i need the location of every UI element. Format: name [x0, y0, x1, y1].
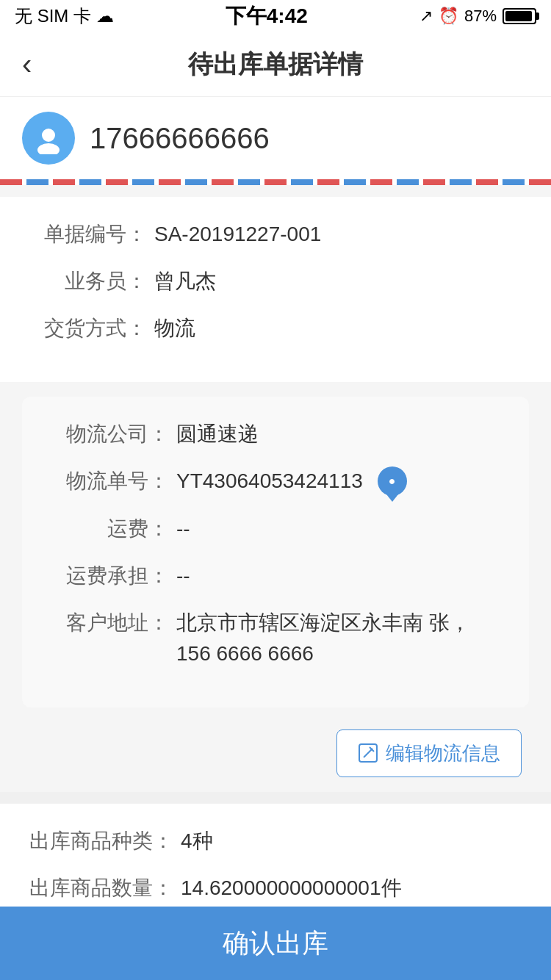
freight-bearer-row: 运费承担： --: [51, 561, 500, 591]
salesman-value: 曾凡杰: [154, 266, 522, 297]
edit-logistics-label: 编辑物流信息: [386, 741, 500, 766]
delivery-value: 物流: [154, 313, 522, 344]
goods-types-value: 4种: [181, 826, 522, 857]
page-title: 待出库单据详情: [188, 48, 363, 82]
address-value: 北京市市辖区海淀区永丰南 张，156 6666 6666: [176, 608, 500, 669]
section-divider: [0, 792, 551, 804]
avatar: [22, 112, 75, 165]
order-info-section: 单据编号： SA-20191227-001 业务员： 曾凡杰 交货方式： 物流: [0, 197, 551, 382]
customer-phone: 17666666666: [90, 122, 270, 155]
delivery-row: 交货方式： 物流: [29, 313, 522, 344]
freight-row: 运费： --: [51, 514, 500, 544]
confirm-bar[interactable]: 确认出库: [0, 907, 551, 980]
logistics-tracking-row: 物流单号： YT43064053424113: [51, 466, 500, 497]
battery-icon: [503, 8, 536, 24]
logistics-tracking-label: 物流单号：: [51, 466, 169, 497]
order-no-value: SA-20191227-001: [154, 219, 522, 250]
freight-bearer-label: 运费承担：: [51, 561, 169, 591]
status-bar: 无 SIM 卡 ☁ 下午4:42 ↗ ⏰ 87%: [0, 0, 551, 32]
freight-value: --: [176, 514, 500, 544]
goods-quantity-label: 出库商品数量：: [29, 873, 173, 904]
nav-bar: ‹ 待出库单据详情: [0, 32, 551, 97]
location-status-icon: ↗: [419, 7, 433, 26]
goods-types-label: 出库商品种类：: [29, 826, 173, 857]
goods-quantity-value: 14.620000000000001件: [181, 873, 522, 904]
goods-types-row: 出库商品种类： 4种: [29, 826, 522, 857]
logistics-company-value: 圆通速递: [176, 419, 500, 450]
order-no-label: 单据编号：: [29, 219, 147, 250]
address-label: 客户地址：: [51, 608, 169, 638]
edit-icon: [358, 743, 378, 763]
dashed-divider: [0, 179, 551, 185]
logistics-company-label: 物流公司：: [51, 419, 169, 450]
alarm-icon: ⏰: [439, 7, 458, 26]
location-icon[interactable]: [378, 466, 407, 496]
sim-label: 无 SIM 卡 ☁: [15, 4, 114, 28]
salesman-row: 业务员： 曾凡杰: [29, 266, 522, 297]
status-right: ↗ ⏰ 87%: [419, 7, 536, 26]
freight-label: 运费：: [51, 514, 169, 544]
svg-line-3: [364, 749, 372, 757]
logistics-card: 物流公司： 圆通速递 物流单号： YT43064053424113 运费： --…: [22, 397, 529, 707]
back-button[interactable]: ‹: [22, 48, 32, 81]
salesman-label: 业务员：: [29, 266, 147, 297]
confirm-label: 确认出库: [223, 926, 328, 962]
logistics-tracking-value: YT43064053424113: [176, 466, 500, 497]
svg-point-1: [37, 143, 60, 154]
battery-percent: 87%: [464, 7, 497, 26]
status-time: 下午4:42: [226, 2, 308, 30]
customer-header: 17666666666: [0, 97, 551, 179]
freight-bearer-value: --: [176, 561, 500, 591]
status-left: 无 SIM 卡 ☁: [15, 4, 114, 28]
address-row: 客户地址： 北京市市辖区海淀区永丰南 张，156 6666 6666: [51, 608, 500, 669]
edit-logistics-button[interactable]: 编辑物流信息: [336, 729, 522, 777]
delivery-label: 交货方式：: [29, 313, 147, 344]
edit-logistics-container: 编辑物流信息: [0, 722, 551, 792]
order-no-row: 单据编号： SA-20191227-001: [29, 219, 522, 250]
svg-point-0: [42, 129, 55, 142]
logistics-company-row: 物流公司： 圆通速递: [51, 419, 500, 450]
goods-quantity-row: 出库商品数量： 14.620000000000001件: [29, 873, 522, 904]
